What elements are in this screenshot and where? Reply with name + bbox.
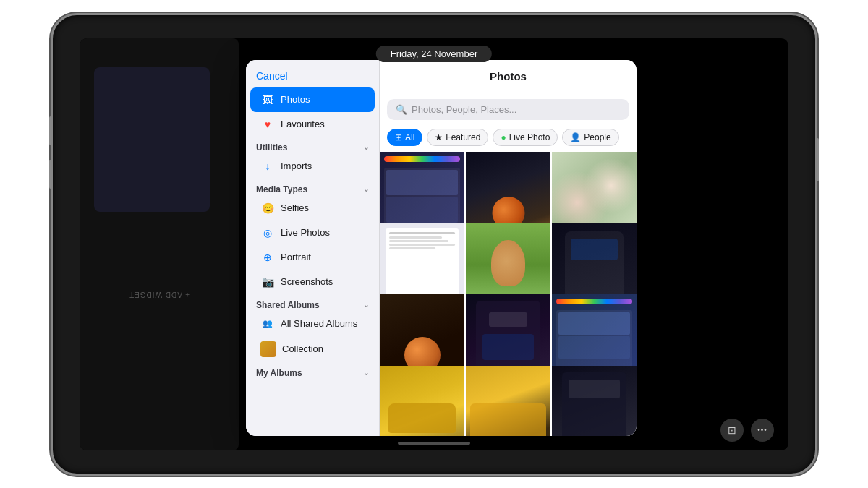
sidebar-item-collection[interactable]: Collection xyxy=(250,336,375,362)
search-placeholder: Photos, People, Places... xyxy=(412,104,516,115)
main-content: Photos 🔍 Photos, People, Places... ⊞ All xyxy=(380,60,637,436)
screen-content-thumb-2 xyxy=(556,310,632,374)
media-types-label: Media Types xyxy=(256,184,307,194)
photos-picker-modal: Cancel 🖼 Photos ♥ Favourites xyxy=(246,60,637,436)
live-photos-label: Live Photos xyxy=(281,227,330,238)
more-icon: ••• xyxy=(757,426,767,434)
photos-icon: 🖼 xyxy=(260,93,275,107)
power-button[interactable] xyxy=(816,138,819,181)
shared-albums-icon: 👥 xyxy=(260,317,275,331)
collection-thumbnail xyxy=(260,341,276,357)
utilities-chevron-icon: ⌄ xyxy=(363,143,369,151)
my-albums-chevron-icon: ⌄ xyxy=(363,369,369,377)
add-widget-label[interactable]: + ADD WIDGET xyxy=(129,212,190,299)
featured-tab-icon: ★ xyxy=(435,132,443,142)
portrait-label: Portrait xyxy=(281,252,311,262)
filter-tab-people[interactable]: 👤 People xyxy=(562,129,618,146)
filter-tab-live[interactable]: ● Live Photo xyxy=(493,129,558,146)
sidebar-item-selfies[interactable]: 😊 Selfies xyxy=(250,196,375,221)
portrait-icon: ⊕ xyxy=(260,250,275,265)
screen-share-button[interactable]: ⊡ xyxy=(720,419,744,442)
modal-header: Photos xyxy=(380,60,637,93)
my-albums-section-header[interactable]: My Albums ⌄ xyxy=(246,362,379,380)
car-shape-2 xyxy=(470,403,546,435)
volume-down-button[interactable] xyxy=(49,160,52,189)
collection-label: Collection xyxy=(282,343,323,354)
filter-tab-featured[interactable]: ★ Featured xyxy=(427,129,488,146)
media-types-chevron-icon: ⌄ xyxy=(363,185,369,193)
my-albums-label: My Albums xyxy=(256,368,302,378)
home-screen-panel: + ADD WIDGET xyxy=(80,38,239,450)
home-indicator[interactable] xyxy=(398,442,470,445)
live-tab-label: Live Photo xyxy=(509,132,550,142)
shared-albums-section-header[interactable]: Shared Albums ⌄ xyxy=(246,294,379,312)
photo-grid: 5:02 xyxy=(380,152,637,436)
live-photos-icon: ◎ xyxy=(260,226,275,240)
search-bar[interactable]: 🔍 Photos, People, Places... xyxy=(387,99,629,120)
dog-shape xyxy=(491,240,525,286)
modal-overlay: Cancel 🖼 Photos ♥ Favourites xyxy=(239,38,788,450)
more-options-button[interactable]: ••• xyxy=(751,419,774,442)
sidebar-item-all-shared-albums[interactable]: 👥 All Shared Albums xyxy=(250,312,375,336)
shared-albums-label: Shared Albums xyxy=(256,300,320,310)
sidebar-item-imports[interactable]: ↓ Imports xyxy=(250,154,375,179)
photo-cell[interactable]: 4:54 xyxy=(380,366,464,436)
sidebar-item-favourites[interactable]: ♥ Favourites xyxy=(250,112,375,137)
utilities-section-header[interactable]: Utilities ⌄ xyxy=(246,137,379,154)
all-shared-albums-label: All Shared Albums xyxy=(281,318,357,329)
featured-tab-label: Featured xyxy=(446,132,480,142)
photo-cell[interactable]: 4:53 xyxy=(466,366,550,436)
car-shape xyxy=(388,403,456,433)
utilities-label: Utilities xyxy=(256,142,287,153)
filter-tab-all[interactable]: ⊞ All xyxy=(387,129,422,146)
imports-label: Imports xyxy=(281,160,312,171)
sidebar-item-photos[interactable]: 🖼 Photos xyxy=(250,87,375,112)
sidebar-item-photos-label: Photos xyxy=(281,94,310,105)
sidebar-item-favourites-label: Favourites xyxy=(281,119,325,129)
ipad-screen: Friday, 24 November + ADD WIDGET Cancel xyxy=(80,38,788,450)
imports-icon: ↓ xyxy=(260,159,275,174)
people-tab-icon: 👤 xyxy=(570,132,581,142)
volume-up-button[interactable] xyxy=(49,116,52,145)
lock-screen-content xyxy=(476,301,540,374)
heart-icon: ♥ xyxy=(260,117,275,132)
screen-content-thumb xyxy=(384,168,460,232)
sidebar: Cancel 🖼 Photos ♥ Favourites xyxy=(246,60,380,436)
colorbar xyxy=(384,156,460,162)
all-tab-icon: ⊞ xyxy=(395,132,402,142)
selfies-icon: 😊 xyxy=(260,201,275,215)
screen-dark xyxy=(565,231,624,303)
shared-albums-chevron-icon: ⌄ xyxy=(363,301,369,309)
sidebar-item-screenshots[interactable]: 📷 Screenshots xyxy=(250,270,375,294)
bottom-toolbar: ⊡ ••• xyxy=(720,419,774,442)
phone-screen-2 xyxy=(562,372,626,435)
cancel-button[interactable]: Cancel xyxy=(246,60,379,87)
filter-tabs: ⊞ All ★ Featured ● Live Photo xyxy=(380,126,637,152)
screen-share-icon: ⊡ xyxy=(728,424,736,436)
colorbar-2 xyxy=(556,299,632,304)
sidebar-item-live-photos[interactable]: ◎ Live Photos xyxy=(250,221,375,245)
screenshots-icon: 📷 xyxy=(260,275,275,289)
date-display: Friday, 24 November xyxy=(391,48,477,59)
search-icon: 🔍 xyxy=(396,104,407,115)
media-types-section-header[interactable]: Media Types ⌄ xyxy=(246,179,379,196)
ipad-frame: Friday, 24 November + ADD WIDGET Cancel xyxy=(51,13,817,476)
all-tab-label: All xyxy=(405,132,414,142)
photo-cell[interactable]: 4:53 xyxy=(552,366,637,436)
people-tab-label: People xyxy=(584,132,610,142)
sidebar-item-portrait[interactable]: ⊕ Portrait xyxy=(250,245,375,270)
live-tab-icon: ● xyxy=(501,132,506,142)
screenshots-label: Screenshots xyxy=(281,276,333,287)
status-bar: Friday, 24 November xyxy=(376,46,492,62)
document-content xyxy=(386,228,459,301)
selfies-label: Selfies xyxy=(281,202,309,213)
modal-title: Photos xyxy=(490,70,527,82)
